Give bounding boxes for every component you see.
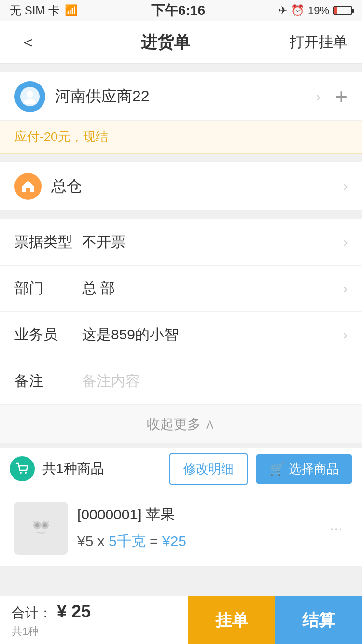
add-supplier-button[interactable]: + xyxy=(335,86,348,107)
svg-point-3 xyxy=(25,472,27,474)
product-count-label: 共1种商品 xyxy=(42,460,161,478)
location-icon: ✈ xyxy=(278,4,287,17)
divider-3 xyxy=(0,210,362,219)
svg-point-2 xyxy=(20,472,22,474)
page-title: 进货单 xyxy=(141,31,190,54)
department-chevron-icon: › xyxy=(343,281,348,296)
carrier-label: 无 SIM 卡 xyxy=(10,3,60,18)
warning-text: 应付-20元，现结 xyxy=(14,129,108,144)
select-product-label: 选择商品 xyxy=(289,461,339,477)
invoice-type-value: 不开票 xyxy=(77,232,338,252)
warehouse-section[interactable]: 总仓 › xyxy=(0,162,362,210)
select-product-icon: 🛒 xyxy=(269,462,285,476)
status-right: ✈ ⏰ 19% xyxy=(278,4,352,17)
product-thumbnail xyxy=(14,502,68,555)
department-value: 总 部 xyxy=(77,279,338,298)
department-row[interactable]: 部门 总 部 › xyxy=(0,266,362,312)
remark-value[interactable]: 备注内容 xyxy=(77,371,348,391)
salesperson-value: 这是859的小智 xyxy=(77,325,338,345)
invoice-type-row[interactable]: 票据类型 不开票 › xyxy=(0,219,362,266)
hang-button[interactable]: 挂单 xyxy=(188,596,275,644)
svg-point-0 xyxy=(27,91,33,98)
svg-point-1 xyxy=(24,99,36,104)
total-label: 合计： xyxy=(12,604,52,622)
supplier-avatar-icon xyxy=(20,87,40,106)
nav-bar: ＜ 进货单 打开挂单 xyxy=(0,21,362,64)
status-bar: 无 SIM 卡 📶 下午6:16 ✈ ⏰ 19% xyxy=(0,0,362,21)
product-info: [0000001] 苹果 ¥5 x 5千克 = ¥25 xyxy=(77,505,315,551)
battery-icon xyxy=(333,6,352,15)
product-unit-price: ¥5 xyxy=(77,533,93,549)
supplier-section: 河南供应商22 › + xyxy=(0,72,362,121)
wifi-icon: 📶 xyxy=(65,4,78,17)
supplier-warning-bar: 应付-20元，现结 xyxy=(0,121,362,154)
edit-detail-button[interactable]: 修改明细 xyxy=(169,453,248,485)
alarm-icon: ⏰ xyxy=(291,4,304,17)
supplier-chevron-icon: › xyxy=(316,88,320,105)
total-sub-label: 共1种 xyxy=(12,624,177,639)
product-item: [0000001] 苹果 ¥5 x 5千克 = ¥25 ··· xyxy=(0,490,362,566)
total-label-row: 合计： ¥ 25 xyxy=(12,602,177,622)
remark-row[interactable]: 备注 备注内容 xyxy=(0,358,362,405)
product-header: 共1种商品 修改明细 🛒 选择商品 xyxy=(0,443,362,490)
invoice-type-chevron-icon: › xyxy=(343,235,348,250)
divider-1 xyxy=(0,64,362,72)
product-total: ¥25 xyxy=(162,533,186,549)
warehouse-name: 总仓 xyxy=(51,176,338,197)
collapse-bar[interactable]: 收起更多 ∧ xyxy=(0,405,362,443)
supplier-name[interactable]: 河南供应商22 xyxy=(55,86,316,107)
product-equals: = xyxy=(150,533,162,549)
product-qty: 5千克 xyxy=(109,533,146,549)
remark-label: 备注 xyxy=(14,371,77,391)
battery-percent: 19% xyxy=(308,4,329,17)
salesperson-label: 业务员 xyxy=(14,325,77,345)
form-section: 票据类型 不开票 › 部门 总 部 › 业务员 这是859的小智 › 备注 备注… xyxy=(0,219,362,405)
salesperson-chevron-icon: › xyxy=(343,327,348,343)
total-amount: ¥ 25 xyxy=(57,602,91,622)
supplier-avatar xyxy=(14,81,45,112)
total-section: 合计： ¥ 25 共1种 xyxy=(0,596,188,644)
collapse-label: 收起更多 ∧ xyxy=(147,415,216,434)
salesperson-row[interactable]: 业务员 这是859的小智 › xyxy=(0,312,362,358)
checkout-button[interactable]: 结算 xyxy=(275,596,362,644)
product-thumb-logo xyxy=(27,512,56,545)
back-button[interactable]: ＜ xyxy=(14,26,42,59)
product-section-icon xyxy=(10,456,35,481)
battery-fill xyxy=(334,7,337,14)
bottom-bar: 合计： ¥ 25 共1种 挂单 结算 xyxy=(0,596,362,644)
product-multiply: x xyxy=(97,533,109,549)
product-price: ¥5 x 5千克 = ¥25 xyxy=(77,532,315,551)
open-pending-button[interactable]: 打开挂单 xyxy=(290,32,348,52)
warehouse-icon xyxy=(14,173,42,200)
status-left: 无 SIM 卡 📶 xyxy=(10,3,78,18)
select-product-button[interactable]: 🛒 选择商品 xyxy=(256,454,352,484)
product-more-button[interactable]: ··· xyxy=(325,515,348,542)
product-name: [0000001] 苹果 xyxy=(77,505,315,525)
department-label: 部门 xyxy=(14,279,77,298)
warehouse-chevron-icon: › xyxy=(343,179,348,194)
invoice-type-label: 票据类型 xyxy=(14,232,77,252)
divider-2 xyxy=(0,154,362,162)
product-title: 苹果 xyxy=(146,506,175,522)
time-label: 下午6:16 xyxy=(151,1,205,20)
product-code: [0000001] xyxy=(77,506,141,522)
